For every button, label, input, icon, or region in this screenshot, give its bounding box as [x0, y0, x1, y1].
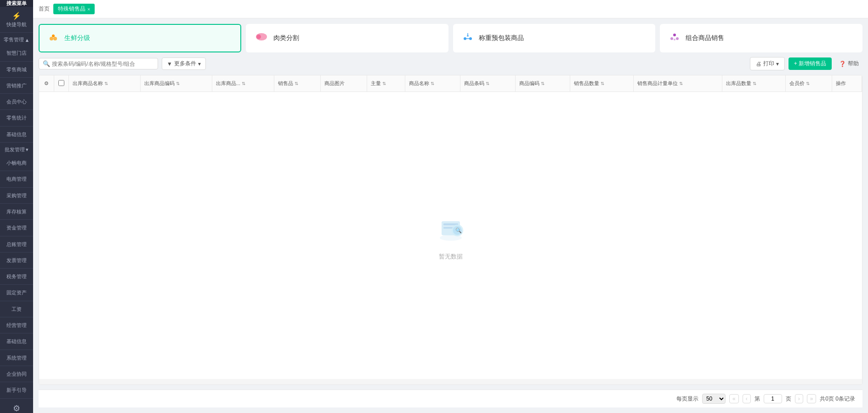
th-out-goods-spec: 出库商品... ⇅ — [212, 75, 274, 92]
th-sale-goods: 销售品 ⇅ — [274, 75, 320, 92]
th-goods-name: 商品名称 ⇅ — [405, 75, 460, 92]
sort-icon[interactable]: ⇅ — [242, 81, 245, 86]
sort-icon[interactable]: ⇅ — [104, 81, 108, 86]
toolbar: 🔍 ▼ 更多条件 ▾ 🖨 打印 ▾ + 新增销售品 — [39, 57, 862, 70]
svg-point-12 — [676, 37, 679, 40]
content-area: 生鲜分级 肉类分割 — [33, 18, 868, 413]
toolbar-right: 🖨 打印 ▾ + 新增销售品 ❓ 帮助 — [750, 57, 862, 70]
horizontal-scrollbar[interactable] — [39, 379, 862, 384]
sidebar-item-system-mgmt[interactable]: 系统管理 — [0, 350, 33, 366]
home-link[interactable]: 首页 — [39, 5, 50, 13]
sort-icon[interactable]: ⇅ — [601, 81, 604, 86]
column-settings-icon[interactable]: ⚙ — [44, 80, 49, 86]
th-main-weight: 主量 ⇅ — [367, 75, 405, 92]
svg-text:🔍: 🔍 — [455, 227, 461, 234]
total-info: 共0页 0条记录 — [820, 395, 855, 403]
first-page-button[interactable]: « — [729, 394, 739, 403]
svg-point-1 — [52, 34, 55, 37]
th-settings[interactable]: ⚙ — [39, 75, 54, 92]
help-icon: ❓ — [839, 61, 846, 67]
sidebar-item-finance[interactable]: 资金管理 — [0, 220, 33, 236]
sort-icon[interactable]: ⇅ — [295, 81, 298, 86]
sort-icon[interactable]: ⇅ — [679, 81, 683, 86]
page-unit-label: 页 — [786, 395, 791, 403]
select-all-checkbox[interactable] — [58, 80, 64, 86]
sidebar-item-retail-mall[interactable]: 零售商城 — [0, 62, 33, 78]
sidebar-item-ops-mgmt[interactable]: 经营管理 — [0, 317, 33, 333]
sidebar-item-inventory[interactable]: 库存核算 — [0, 204, 33, 220]
search-icon: 🔍 — [43, 60, 50, 67]
th-out-qty: 出库品数量 ⇅ — [722, 75, 785, 92]
filter-icon: ▼ — [167, 61, 172, 67]
last-page-button[interactable]: » — [807, 394, 817, 403]
sort-icon[interactable]: ⇅ — [541, 81, 545, 86]
th-sale-unit: 销售商品计量单位 ⇅ — [634, 75, 722, 92]
current-tab-tag[interactable]: 特殊销售品 × — [53, 4, 95, 14]
th-out-goods-code: 出库商品编码 ⇅ — [140, 75, 212, 92]
sidebar-item-sales-promo[interactable]: 营销推广 — [0, 78, 33, 94]
sort-icon[interactable]: ⇅ — [753, 81, 756, 86]
sidebar-item-purchase-mgmt[interactable]: 采购管理 — [0, 188, 33, 204]
print-button[interactable]: 🖨 打印 ▾ — [750, 57, 785, 70]
search-box[interactable]: 🔍 — [39, 58, 158, 69]
sort-icon[interactable]: ⇅ — [431, 81, 434, 86]
empty-icon: 🔍 — [432, 210, 469, 247]
tab-card-combo-sales[interactable]: 组合商品销售 — [660, 24, 862, 52]
sort-icon[interactable]: ⇅ — [382, 81, 386, 86]
sidebar-item-tax-mgmt[interactable]: 税务管理 — [0, 269, 33, 285]
next-page-button[interactable]: › — [795, 394, 803, 403]
page-number-input[interactable] — [764, 394, 782, 403]
tab-card-weigh-pack[interactable]: 称重预包装商品 — [453, 24, 656, 52]
sidebar-item-general-ledger[interactable]: 总账管理 — [0, 236, 33, 252]
sidebar-item-basic-info2[interactable]: 基础信息 — [0, 333, 33, 350]
quick-nav-icon: ⚡ — [2, 11, 31, 20]
sidebar-item-quick-nav[interactable]: ⚡ 快捷导航 — [0, 7, 33, 33]
sidebar-item-basic-info[interactable]: 基础信息 — [0, 126, 33, 143]
filter-button[interactable]: ▼ 更多条件 ▾ — [162, 57, 206, 70]
help-button[interactable]: ❓ 帮助 — [835, 57, 862, 70]
svg-point-2 — [53, 37, 57, 40]
sidebar-bottom: ⚙ — [0, 399, 33, 413]
th-sale-qty: 销售品数量 ⇅ — [570, 75, 634, 92]
sidebar: 搜索菜单 ⚡ 快捷导航 零售管理 ▲ 智慧门店 零售商城 营销推广 会员中心 零… — [0, 0, 33, 413]
sidebar-item-retail-stats[interactable]: 零售统计 — [0, 110, 33, 126]
chevron-down-icon: ▾ — [26, 147, 28, 153]
th-member-price: 会员价 ⇅ — [785, 75, 832, 92]
sidebar-item-new-guide[interactable]: 新手引导 — [0, 382, 33, 398]
main-content: 首页 特殊销售品 × 生鲜分级 — [33, 0, 868, 413]
data-table-container: ⚙ 出库商品名称 ⇅ 出库商品编码 ⇅ — [39, 75, 862, 385]
empty-text: 暂无数据 — [439, 252, 463, 261]
sidebar-item-fixed-assets[interactable]: 固定资产 — [0, 285, 33, 301]
close-tab-icon[interactable]: × — [87, 6, 90, 12]
per-page-label: 每页显示 — [676, 395, 698, 403]
sort-icon[interactable]: ⇅ — [806, 81, 810, 86]
printer-icon: 🖨 — [756, 61, 761, 67]
topbar: 首页 特殊销售品 × — [33, 0, 868, 18]
th-goods-code: 商品编码 ⇅ — [515, 75, 570, 92]
sidebar-item-retail-mgmt[interactable]: 零售管理 ▲ — [0, 33, 33, 45]
sidebar-item-member-center[interactable]: 会员中心 — [0, 94, 33, 110]
sort-icon[interactable]: ⇅ — [176, 81, 180, 86]
new-sale-item-button[interactable]: + 新增销售品 — [789, 57, 832, 70]
search-input[interactable] — [52, 61, 154, 67]
empty-state: 🔍 暂无数据 — [39, 92, 862, 379]
page-label-text: 第 — [755, 395, 760, 403]
sidebar-item-ecommerce-mgmt[interactable]: 电商管理 — [0, 171, 33, 187]
per-page-select[interactable]: 10 20 50 100 — [702, 394, 726, 404]
prev-page-button[interactable]: ‹ — [743, 394, 751, 403]
data-table: ⚙ 出库商品名称 ⇅ 出库商品编码 ⇅ — [39, 75, 862, 92]
th-checkbox[interactable] — [54, 75, 68, 92]
settings-icon[interactable]: ⚙ — [2, 403, 31, 413]
tab-card-fresh-grade[interactable]: 生鲜分级 — [39, 24, 241, 52]
sidebar-item-salary[interactable]: 工资 — [0, 301, 33, 317]
table-header: ⚙ 出库商品名称 ⇅ 出库商品编码 ⇅ — [39, 75, 862, 92]
sort-icon[interactable]: ⇅ — [486, 81, 489, 86]
tab-cards-row: 生鲜分级 肉类分割 — [39, 24, 862, 52]
th-actions: 操作 — [832, 75, 862, 92]
sidebar-item-wholesale-mgmt[interactable]: 批发管理 ▾ — [0, 143, 33, 155]
tab-card-meat-cut[interactable]: 肉类分割 — [246, 24, 448, 52]
sidebar-item-smart-store[interactable]: 智慧门店 — [0, 45, 33, 61]
sidebar-item-mini-app[interactable]: 小畅电商 — [0, 155, 33, 171]
sidebar-item-enterprise[interactable]: 企业协同 — [0, 366, 33, 382]
sidebar-item-invoice-mgmt[interactable]: 发票管理 — [0, 252, 33, 269]
